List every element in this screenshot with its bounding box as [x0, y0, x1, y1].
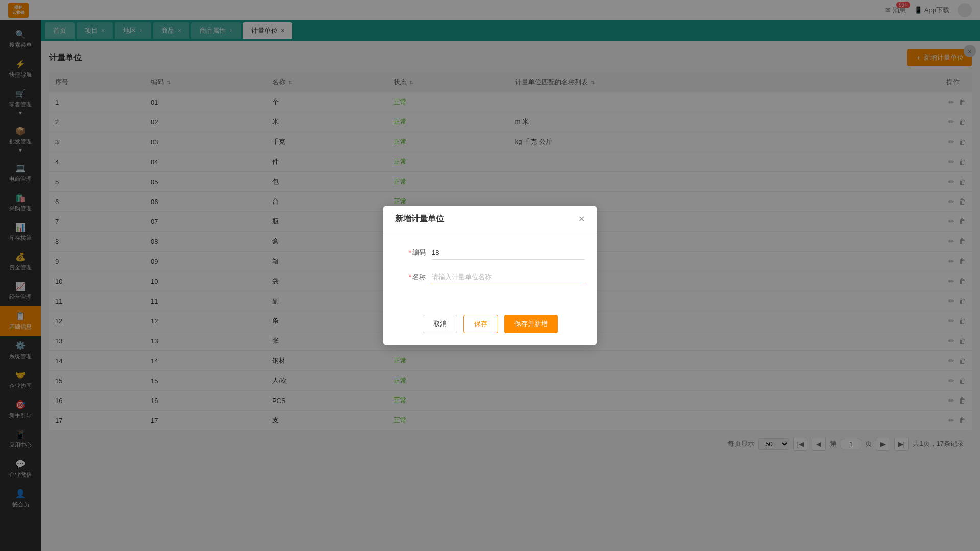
- modal-body: *编码 *名称: [383, 233, 597, 307]
- add-measure-unit-modal: 新增计量单位 ✕ *编码 *名称 取消 保存 保存并新增: [383, 206, 597, 345]
- modal-title: 新增计量单位: [395, 214, 444, 224]
- name-input[interactable]: [432, 270, 585, 284]
- code-input[interactable]: [432, 245, 585, 260]
- modal-close-button[interactable]: ✕: [578, 214, 585, 224]
- name-required-mark: *: [409, 273, 411, 281]
- save-and-new-button[interactable]: 保存并新增: [504, 315, 558, 333]
- code-required-mark: *: [409, 248, 411, 256]
- form-name-label: *名称: [395, 272, 426, 282]
- form-row-name: *名称: [395, 270, 585, 284]
- form-row-code: *编码: [395, 245, 585, 260]
- form-code-label: *编码: [395, 248, 426, 257]
- modal-footer: 取消 保存 保存并新增: [383, 307, 597, 345]
- cancel-button[interactable]: 取消: [423, 315, 457, 333]
- save-button[interactable]: 保存: [463, 315, 498, 333]
- modal-header: 新增计量单位 ✕: [383, 206, 597, 233]
- modal-overlay: 新增计量单位 ✕ *编码 *名称 取消 保存 保存并新增: [0, 0, 980, 551]
